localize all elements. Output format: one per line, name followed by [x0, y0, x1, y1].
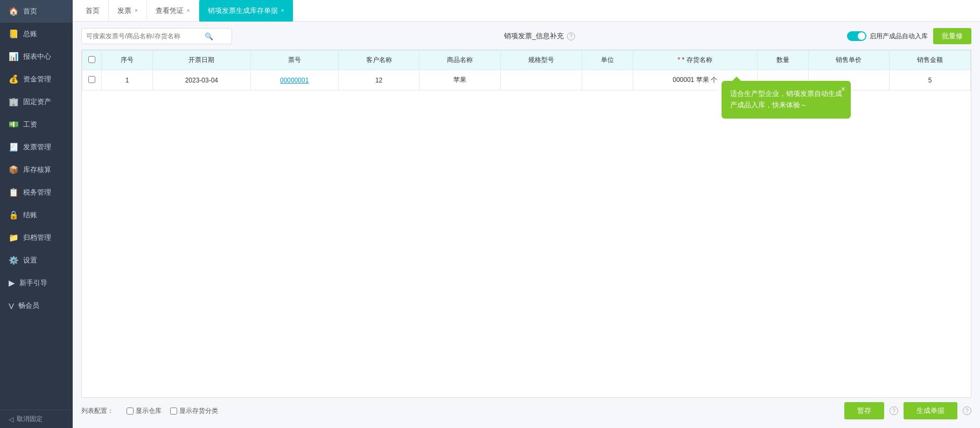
sidebar-item-guide[interactable]: ▶ 新手引导	[0, 272, 73, 294]
ticket-link[interactable]: 00000001	[280, 77, 309, 84]
list-config-label: 列表配置：	[81, 406, 114, 416]
show-category-checkbox[interactable]	[170, 408, 177, 415]
assets-icon: 🏢	[9, 97, 19, 107]
batch-button[interactable]: 批量修	[933, 28, 971, 44]
sidebar-item-home[interactable]: 🏠 首页	[0, 0, 73, 23]
row-checkbox[interactable]	[88, 76, 95, 83]
info-label: 销项发票_信息补充	[504, 31, 564, 41]
sidebar-item-funds[interactable]: 💰 资金管理	[0, 68, 73, 91]
tooltip-text: 适合生产型企业，销项发票自动生成产成品入库，快来体验～	[730, 89, 842, 109]
generate-button[interactable]: 生成单据	[904, 402, 957, 419]
sidebar-item-ledger[interactable]: 📒 总账	[0, 23, 73, 45]
row-checkbox-cell	[82, 70, 102, 91]
generate-help-icon[interactable]: ?	[963, 406, 971, 415]
header-date: 开票日期	[153, 51, 251, 70]
save-button[interactable]: 暂存	[844, 402, 884, 419]
sidebar-item-reports[interactable]: 📊 报表中心	[0, 45, 73, 68]
sidebar-item-label: 总账	[23, 29, 37, 39]
search-area: 🔍	[81, 28, 232, 44]
show-warehouse-label: 显示仓库	[136, 406, 162, 416]
table-header-row: 序号 开票日期 票号 客户名称 商品名称 规格型号 单位 * * 存货名称 数量…	[82, 51, 971, 70]
tab-home[interactable]: 首页	[77, 0, 109, 22]
show-warehouse-checkbox[interactable]	[127, 408, 134, 415]
tab-sales-label: 销项发票生成库存单据	[208, 6, 278, 16]
tab-invoice[interactable]: 发票 ×	[109, 0, 147, 22]
tab-bar: 首页 发票 × 查看凭证 × 销项发票生成库存单据 ×	[73, 0, 980, 22]
sidebar-item-label: 结账	[23, 210, 37, 220]
sidebar-item-label: 税务管理	[23, 188, 51, 197]
sidebar-item-label: 新手引导	[19, 278, 47, 288]
header-amount: 销售金额	[890, 51, 971, 70]
tab-sales-close[interactable]: ×	[281, 8, 284, 13]
header-ticket-no: 票号	[250, 51, 338, 70]
tab-voucher[interactable]: 查看凭证 ×	[147, 0, 199, 22]
sidebar-item-inventory[interactable]: 📦 库存核算	[0, 158, 73, 181]
funds-icon: 💰	[9, 74, 19, 84]
reports-icon: 📊	[9, 52, 19, 61]
tooltip-popup: × 适合生产型企业，销项发票自动生成产成品入库，快来体验～	[722, 81, 851, 119]
settings-icon: ⚙️	[9, 256, 19, 265]
search-icon: 🔍	[205, 32, 213, 40]
tooltip-close-button[interactable]: ×	[841, 85, 845, 93]
header-checkbox-cell	[82, 51, 102, 70]
tab-voucher-close[interactable]: ×	[187, 8, 190, 13]
sidebar-item-label: 设置	[23, 256, 37, 265]
row-seq: 1	[102, 70, 153, 91]
sidebar-item-settings[interactable]: ⚙️ 设置	[0, 249, 73, 272]
sidebar-item-assets[interactable]: 🏢 固定资产	[0, 91, 73, 113]
sidebar-item-closing[interactable]: 🔒 结账	[0, 204, 73, 226]
auto-warehouse-toggle[interactable]	[847, 31, 866, 41]
required-star: *	[678, 56, 682, 64]
tab-sales[interactable]: 销项发票生成库存单据 ×	[199, 0, 293, 22]
sidebar-item-archive[interactable]: 📁 归档管理	[0, 226, 73, 249]
invoices-icon: 🧾	[9, 142, 19, 152]
right-controls: 启用产成品自动入库 批量修	[847, 28, 971, 44]
row-spec	[500, 70, 582, 91]
show-category-option[interactable]: 显示存货分类	[170, 406, 218, 416]
sidebar-item-tax[interactable]: 📋 税务管理	[0, 181, 73, 204]
row-ticket-no[interactable]: 00000001	[250, 70, 338, 91]
content-area: 🔍 销项发票_信息补充 ? 启用产成品自动入库 批量修	[73, 22, 980, 428]
action-buttons: 暂存 ? 生成单据 ?	[844, 402, 971, 419]
tab-voucher-label: 查看凭证	[156, 6, 184, 16]
sidebar-item-label: 归档管理	[23, 233, 51, 243]
ledger-icon: 📒	[9, 29, 19, 39]
sidebar-item-label: 首页	[23, 6, 37, 16]
tax-icon: 📋	[9, 188, 19, 197]
header-customer: 客户名称	[338, 51, 419, 70]
toolbar: 🔍 销项发票_信息补充 ? 启用产成品自动入库 批量修	[81, 28, 971, 44]
row-product: 苹果	[419, 70, 501, 91]
payroll-icon: 💵	[9, 120, 19, 129]
show-warehouse-option[interactable]: 显示仓库	[127, 406, 162, 416]
header-checkbox[interactable]	[88, 56, 95, 63]
info-icon[interactable]: ?	[567, 32, 575, 40]
tab-invoice-close[interactable]: ×	[135, 8, 138, 13]
sidebar-item-invoices[interactable]: 🧾 发票管理	[0, 136, 73, 158]
sidebar-item-label: 畅会员	[18, 301, 39, 310]
sidebar-item-label: 报表中心	[23, 52, 51, 61]
main-area: 首页 发票 × 查看凭证 × 销项发票生成库存单据 × 🔍 销项发票_信息补充 …	[73, 0, 980, 428]
show-category-label: 显示存货分类	[179, 406, 218, 416]
sidebar-item-label: 发票管理	[23, 142, 51, 152]
header-inventory-name: * * 存货名称	[633, 51, 757, 70]
unpin-button[interactable]: ◁ 取消固定	[0, 410, 73, 428]
unpin-icon: ◁	[9, 416, 13, 423]
home-icon: 🏠	[9, 6, 19, 16]
row-unit	[582, 70, 633, 91]
sidebar-item-label: 资金管理	[23, 74, 51, 84]
sidebar-item-payroll[interactable]: 💵 工资	[0, 113, 73, 136]
save-help-icon[interactable]: ?	[890, 406, 898, 415]
toggle-label: 启用产成品自动入库	[870, 32, 928, 41]
row-customer: 12	[338, 70, 419, 91]
sidebar-item-label: 库存核算	[23, 165, 51, 175]
member-icon: V	[9, 301, 14, 310]
row-date: 2023-03-04	[153, 70, 251, 91]
bottom-bar: 列表配置： 显示仓库 显示存货分类 暂存 ? 生成单据 ?	[81, 398, 971, 422]
toggle-wrapper: 启用产成品自动入库	[847, 31, 928, 41]
header-spec: 规格型号	[500, 51, 582, 70]
sidebar-item-label: 工资	[23, 120, 37, 129]
sidebar-item-label: 固定资产	[23, 97, 51, 107]
search-input[interactable]	[86, 32, 205, 40]
sidebar-item-member[interactable]: V 畅会员	[0, 294, 73, 317]
unpin-label: 取消固定	[17, 415, 43, 424]
